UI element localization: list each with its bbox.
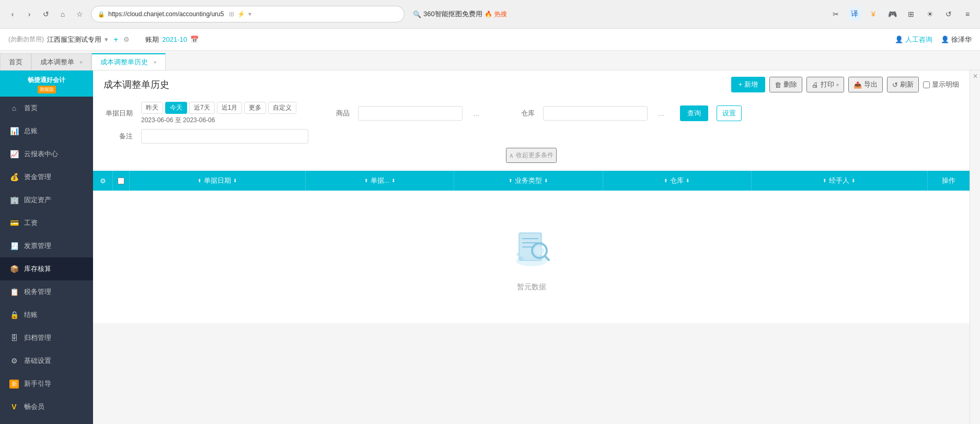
header-settings-icon[interactable]: ⚙ <box>123 36 130 43</box>
warehouse-input[interactable] <box>543 106 648 121</box>
sort-up-warehouse-icon: ⬆ <box>664 178 668 183</box>
grid-tool[interactable]: ⊞ <box>904 7 918 21</box>
th-checkbox[interactable] <box>113 171 130 191</box>
page-header: 成本调整单历史 + 新增 🗑 删除 🖨 打印 ▾ 📤 导出 <box>93 70 970 97</box>
sidebar-item-membership[interactable]: V 畅会员 <box>0 395 93 418</box>
display-cols-checkbox[interactable]: 显示明细 <box>923 80 959 89</box>
table-header: ⚙ ⬆ 单据日期 ⬇ ⬆ 单据... <box>93 171 970 191</box>
sidebar-item-guide-label: 新手引导 <box>24 379 51 388</box>
bookmark-button[interactable]: ☆ <box>72 7 87 21</box>
add-icon[interactable]: + <box>113 35 118 44</box>
sidebar-item-salary[interactable]: 💳 工资 <box>0 211 93 234</box>
consult-link[interactable]: 👤 人工咨询 <box>895 35 932 44</box>
theme-tool[interactable]: ☀ <box>923 7 937 21</box>
archive-icon: 🗄 <box>9 334 19 342</box>
game-tool[interactable]: 🎮 <box>885 7 900 21</box>
sort-up-vouchno-icon: ⬆ <box>364 178 368 183</box>
th-handler[interactable]: ⬆ 经手人 ⬇ <box>752 171 928 191</box>
menu-tool[interactable]: ≡ <box>960 7 975 21</box>
sidebar: 畅捷通好会计 旗舰版 ⌂ 首页 📊 总账 📈 云报表中心 💰 资金管理 🏢 固定… <box>0 70 93 424</box>
svg-point-9 <box>519 256 523 261</box>
new-button[interactable]: + 新增 <box>731 77 765 92</box>
sidebar-item-archive-label: 归档管理 <box>24 333 51 343</box>
th-settings[interactable]: ⚙ <box>93 171 113 191</box>
refresh-label: 刷新 <box>900 80 914 89</box>
product-filter-label: 商品 <box>320 109 350 118</box>
right-close-button[interactable]: ✕ <box>973 73 978 80</box>
browser-chrome: ‹ › ↺ ⌂ ☆ 🔒 https://cloud.chanjet.com/ac… <box>0 0 980 29</box>
search-text: 360智能抠图免费用 <box>423 9 482 19</box>
calendar-icon[interactable]: 📅 <box>190 36 199 43</box>
reports-icon: 📈 <box>9 150 19 158</box>
address-bar[interactable]: 🔒 https://cloud.chanjet.com/accounting/u… <box>91 6 405 22</box>
settings-filter-button[interactable]: 设置 <box>717 105 742 121</box>
tab-cost-adjust-close[interactable]: × <box>79 59 83 65</box>
sidebar-item-archive[interactable]: 🗄 归档管理 <box>0 326 93 349</box>
yesterday-btn[interactable]: 昨天 <box>141 102 163 114</box>
query-button[interactable]: 查询 <box>680 105 708 121</box>
back-button[interactable]: ‹ <box>5 7 20 21</box>
tab-cost-adjust-history[interactable]: 成本调整单历史 × <box>91 53 165 70</box>
th-biztype[interactable]: ⬆ 业务类型 ⬇ <box>454 171 603 191</box>
today-btn[interactable]: 今天 <box>165 102 187 114</box>
browser-grid-icon: ⊞ <box>229 10 234 18</box>
display-cols-label: 显示明细 <box>932 80 959 89</box>
remark-input[interactable] <box>141 129 308 144</box>
sidebar-item-invoice[interactable]: 🧾 发票管理 <box>0 234 93 257</box>
sidebar-item-tax[interactable]: 📋 税务管理 <box>0 280 93 303</box>
th-date[interactable]: ⬆ 单据日期 ⬇ <box>130 171 306 191</box>
week7-btn[interactable]: 近7天 <box>189 102 215 114</box>
month-btn[interactable]: 近1月 <box>217 102 243 114</box>
th-ops-label: 操作 <box>942 176 955 185</box>
tab-cost-adjust[interactable]: 成本调整单 × <box>31 53 91 70</box>
forward-button[interactable]: › <box>22 7 37 21</box>
translate-tool[interactable]: 译 <box>847 7 862 21</box>
wallet-tool[interactable]: ¥ <box>866 7 881 21</box>
user-avatar-icon: 👤 <box>941 36 949 43</box>
invoice-icon: 🧾 <box>9 242 19 250</box>
sidebar-item-settings[interactable]: ⚙ 基础设置 <box>0 349 93 372</box>
product-more-dots[interactable]: ... <box>471 109 481 117</box>
product-input[interactable] <box>358 106 463 121</box>
tab-home[interactable]: 首页 <box>0 53 31 70</box>
warning-tag: (勿删勿禁用) <box>8 35 44 44</box>
warehouse-more-dots[interactable]: ... <box>656 109 666 117</box>
delete-button[interactable]: 🗑 删除 <box>769 77 802 92</box>
sidebar-item-guide[interactable]: 新 新手引导 <box>0 372 93 395</box>
more-date-btn[interactable]: 更多 <box>244 102 266 114</box>
sort-down-icon: ⬇ <box>233 178 237 183</box>
refresh-button[interactable]: ↺ 刷新 <box>887 77 919 92</box>
display-cols-input[interactable] <box>923 81 930 88</box>
print-button[interactable]: 🖨 打印 ▾ <box>806 77 844 92</box>
sidebar-item-home[interactable]: ⌂ 首页 <box>0 97 93 120</box>
collapse-arrow-icon: ∧ <box>509 152 514 159</box>
th-biztype-label: 业务类型 <box>515 176 542 185</box>
sidebar-item-home-label: 首页 <box>24 103 38 113</box>
table-settings-icon: ⚙ <box>100 177 106 185</box>
sidebar-item-fixed-assets[interactable]: 🏢 固定资产 <box>0 189 93 211</box>
sidebar-item-closing[interactable]: 🔒 结账 <box>0 303 93 326</box>
membership-icon: V <box>9 403 19 411</box>
sidebar-item-fund[interactable]: 💰 资金管理 <box>0 166 93 189</box>
sidebar-item-reports[interactable]: 📈 云报表中心 <box>0 143 93 166</box>
tab-cost-adjust-history-close[interactable]: × <box>153 59 156 65</box>
user-profile[interactable]: 👤 徐泽华 <box>941 35 972 44</box>
reload-button[interactable]: ↺ <box>39 7 53 21</box>
th-vouchno[interactable]: ⬆ 单据... ⬇ <box>306 171 454 191</box>
sidebar-item-general-ledger[interactable]: 📊 总账 <box>0 120 93 143</box>
sort-down-handler-icon: ⬇ <box>851 178 856 183</box>
account-selector[interactable]: (勿删勿禁用) 江西服宝测试专用 ▾ + ⚙ <box>8 35 130 44</box>
th-warehouse[interactable]: ⬆ 仓库 ⬇ <box>603 171 752 191</box>
consult-icon: 👤 <box>895 36 903 43</box>
scissors-tool[interactable]: ✂ <box>828 7 843 21</box>
collapse-btn[interactable]: ∧ 收起更多条件 <box>506 148 557 163</box>
user-name: 徐泽华 <box>951 35 972 44</box>
custom-btn[interactable]: 自定义 <box>268 102 296 114</box>
select-all-checkbox[interactable] <box>118 178 124 184</box>
home-button[interactable]: ⌂ <box>55 7 70 21</box>
export-button[interactable]: 📤 导出 <box>848 77 883 92</box>
history-tool[interactable]: ↺ <box>941 7 956 21</box>
th-date-label: 单据日期 <box>204 176 231 185</box>
sidebar-item-inventory[interactable]: 📦 库存核算 <box>0 257 93 280</box>
sidebar-item-salary-label: 工资 <box>24 218 38 228</box>
